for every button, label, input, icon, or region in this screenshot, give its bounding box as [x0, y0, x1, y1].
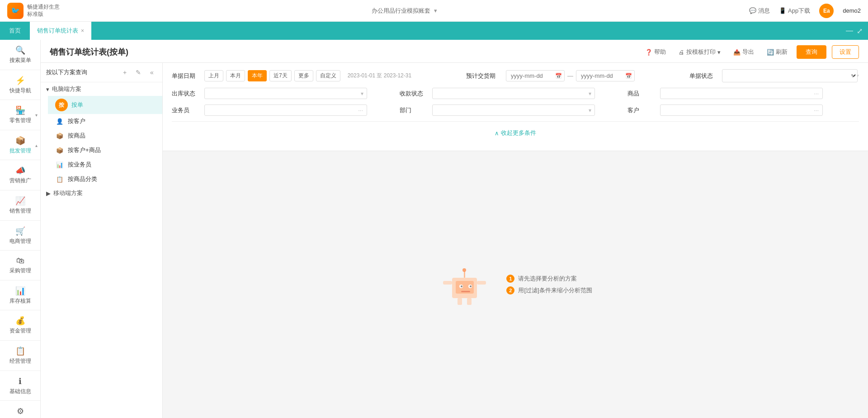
print-btn[interactable]: 🖨 按模板打印 ▾ [675, 46, 724, 58]
wholesale-icon: 📦 [15, 136, 25, 146]
quicknav-icon: ⚡ [15, 76, 25, 86]
sidebar-item-marketing[interactable]: 📣 营销推广 [0, 160, 40, 190]
out-status-select[interactable] [204, 88, 367, 99]
scheme-item-customer-goods[interactable]: 📦 按客户+商品 [48, 143, 162, 157]
expected-date-label: 预计交货期 [466, 72, 499, 80]
export-btn[interactable]: 📤 导出 [730, 46, 758, 58]
customer-input-area[interactable]: ··· [660, 104, 823, 116]
message-icon: 💬 [749, 7, 756, 14]
date-btn-7days[interactable]: 近7天 [269, 70, 292, 81]
payment-status-label: 收款状态 [400, 90, 425, 98]
status-select[interactable] [722, 69, 858, 82]
sidebar-item-basic[interactable]: ℹ 基础信息 [0, 371, 40, 401]
minimize-icon[interactable]: — [846, 27, 853, 35]
tab-close-icon[interactable]: × [81, 28, 84, 34]
goods-label: 商品 [627, 90, 653, 98]
app-download-btn[interactable]: 📱 App下载 [779, 7, 810, 15]
print-arrow: ▾ [717, 49, 721, 56]
customer-ellipsis: ··· [814, 107, 819, 114]
retail-arrow: ▾ [35, 112, 38, 117]
out-status-label: 出库状态 [172, 90, 197, 98]
date-btn-last-month[interactable]: 上月 [204, 70, 223, 81]
expected-date-start[interactable] [506, 70, 565, 81]
date-btn-group: 上月 本月 本年 近7天 更多 自定义 [204, 70, 340, 81]
help-btn[interactable]: ❓ 帮助 [642, 46, 670, 58]
collapse-btn[interactable]: ∧ 收起更多条件 [491, 125, 540, 141]
sidebar-item-search[interactable]: 🔍 搜索菜单 [0, 40, 40, 70]
scheme-item-goods[interactable]: 📦 按商品 [48, 128, 162, 143]
marketing-icon: 📣 [15, 166, 25, 176]
sidebar-item-operation[interactable]: 📋 经营管理 [0, 341, 40, 371]
download-icon: 📱 [779, 7, 786, 14]
date-btn-more[interactable]: 更多 [294, 70, 313, 81]
expected-date-group: — [506, 70, 635, 81]
date-btn-this-year[interactable]: 本年 [248, 70, 267, 81]
sidebar-item-sales[interactable]: 📈 销售管理 [0, 190, 40, 221]
system-icon: ⚙ [17, 406, 24, 416]
logo-icon: 🐦 [7, 3, 24, 19]
goods-ellipsis: ··· [814, 90, 819, 97]
payment-status-select[interactable] [432, 88, 595, 99]
scheme-item-goods-category[interactable]: 📋 按商品分类 [48, 172, 162, 186]
header-right: 💬 消息 📱 App下载 Ea demo2 [749, 4, 861, 18]
query-btn[interactable]: 查询 [797, 45, 826, 59]
date-range-text: 2023-01-01 至 2023-12-31 [348, 72, 411, 80]
svg-rect-9 [443, 281, 452, 285]
salesman-input-area[interactable]: ··· [204, 104, 367, 116]
salesman-label: 业务员 [172, 106, 197, 114]
scheme-item-salesman[interactable]: 📊 按业务员 [48, 157, 162, 172]
sidebar-item-inventory[interactable]: 📊 库存核算 [0, 280, 40, 311]
expand-icon[interactable]: ⤢ [857, 27, 863, 35]
content-area: 销售订单统计表(按单) ❓ 帮助 🖨 按模板打印 ▾ 📤 导出 🔄 刷新 [41, 40, 868, 418]
tab-sales-order[interactable]: 销售订单统计表 × [30, 22, 91, 40]
search-icon: 🔍 [15, 45, 25, 55]
scheme-item-customer[interactable]: 👤 按客户 [48, 114, 162, 128]
scheme-item-order[interactable]: 按 按单 [48, 96, 162, 114]
empty-illustration [439, 262, 493, 307]
workspace-selector[interactable]: 办公用品行业模拟账套 ▾ [372, 7, 437, 15]
goods-input-area[interactable]: ··· [660, 88, 823, 99]
retail-icon: 🏪 [15, 105, 25, 115]
setting-btn[interactable]: 设置 [832, 45, 859, 59]
empty-hint-2: 2 用[过滤]条件来缩小分析范围 [506, 286, 592, 294]
refresh-btn[interactable]: 🔄 刷新 [763, 46, 791, 58]
page-header: 销售订单统计表(按单) ❓ 帮助 🖨 按模板打印 ▾ 📤 导出 🔄 刷新 [41, 40, 868, 63]
date-separator: — [567, 72, 573, 79]
add-scheme-btn[interactable]: + [120, 67, 130, 77]
purchase-icon: 🛍 [16, 256, 24, 266]
operation-icon: 📋 [15, 346, 25, 356]
sidebar-item-ecommerce[interactable]: 🛒 电商管理 [0, 221, 40, 251]
two-col-layout: 按以下方案查询 + ✎ « ▾ 电脑端方案 按 按单 👤 按 [41, 63, 868, 418]
logo-area: 🐦 畅捷通好生意 标准版 [7, 3, 60, 19]
sidebar-item-finance[interactable]: 💰 资金管理 [0, 310, 40, 341]
date-btn-custom[interactable]: 自定义 [316, 70, 340, 81]
sidebar-item-system[interactable]: ⚙ 系统管理 [0, 401, 40, 418]
tab-controls: — ⤢ [846, 27, 868, 35]
avatar[interactable]: Ea [819, 4, 834, 18]
mobile-group-arrow: ▶ [46, 190, 51, 197]
sidebar-item-quicknav[interactable]: ⚡ 快捷导航 [0, 70, 40, 100]
sidebar-item-retail[interactable]: 🏪 零售管理 ▾ [0, 100, 40, 130]
help-icon: ❓ [645, 49, 652, 56]
dept-select[interactable] [432, 104, 595, 116]
pc-group-arrow: ▾ [46, 86, 49, 93]
dept-label: 部门 [400, 106, 425, 114]
tab-home[interactable]: 首页 [0, 22, 30, 40]
sales-icon: 📈 [15, 196, 25, 206]
empty-state-content: 1 请先选择要分析的方案 2 用[过滤]条件来缩小分析范围 [439, 262, 592, 307]
tab-bar: 首页 销售订单统计表 × — ⤢ [0, 22, 868, 40]
date-btn-this-month[interactable]: 本月 [226, 70, 245, 81]
mobile-group-header[interactable]: ▶ 移动端方案 [41, 186, 162, 200]
payment-status-wrapper [432, 88, 595, 99]
expected-date-end[interactable] [576, 70, 635, 81]
export-icon: 📤 [733, 49, 741, 56]
print-icon: 🖨 [679, 49, 684, 56]
sidebar-item-wholesale[interactable]: 📦 批发管理 ▴ [0, 130, 40, 161]
svg-rect-10 [477, 281, 486, 285]
collapse-panel-btn[interactable]: « [147, 67, 157, 77]
active-dot: 按 [55, 99, 68, 111]
pc-group-header[interactable]: ▾ 电脑端方案 [41, 82, 162, 96]
edit-scheme-btn[interactable]: ✎ [133, 67, 143, 77]
sidebar-item-purchase[interactable]: 🛍 采购管理 [0, 251, 40, 280]
message-btn[interactable]: 💬 消息 [749, 7, 770, 15]
